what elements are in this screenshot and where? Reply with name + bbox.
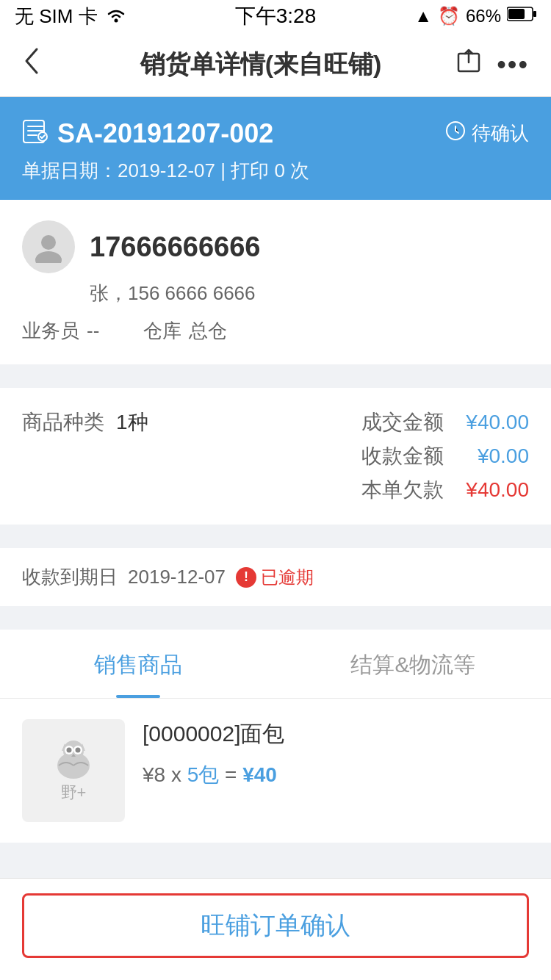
financial-section: 商品种类 1种 成交金额 ¥40.00 收款金额 ¥0.00 本单欠款 ¥40.…	[0, 388, 551, 525]
overdue-text: 已逾期	[261, 566, 314, 589]
svg-rect-2	[533, 11, 536, 17]
product-price: ¥8	[143, 763, 165, 786]
product-total: ¥40	[242, 763, 277, 786]
equal-symbol: =	[225, 763, 242, 786]
due-section: 收款到期日 2019-12-07 ! 已逾期	[0, 548, 551, 606]
multiply-symbol: x	[171, 763, 187, 786]
salesperson-item: 业务员 --	[22, 318, 99, 344]
header-card: SA-20191207-002 待确认 单据日期：2019-12-07 | 打印…	[0, 97, 551, 200]
carrier-text: 无 SIM 卡	[15, 4, 98, 29]
separator-1	[0, 376, 551, 388]
overdue-badge: ! 已逾期	[236, 566, 314, 589]
header-card-top: SA-20191207-002 待确认	[22, 118, 529, 149]
transaction-amount-row: 成交金额 ¥40.00	[361, 408, 529, 436]
tab-settlement[interactable]: 结算&物流等	[276, 630, 551, 698]
customer-section: 17666666666 张，156 6666 6666 业务员 -- 仓库 总仓	[0, 200, 551, 364]
confirm-button[interactable]: 旺铺订单确认	[22, 893, 529, 958]
warehouse-value: 总仓	[189, 318, 227, 344]
warehouse-label: 仓库	[143, 318, 181, 344]
separator-3	[0, 618, 551, 630]
status-bar-right: ▲ ⏰ 66%	[414, 6, 536, 26]
transaction-amount-value: ¥40.00	[455, 411, 529, 434]
product-name: [0000002]面包	[143, 719, 529, 749]
product-types-value: 1种	[116, 408, 148, 436]
svg-point-8	[41, 235, 56, 250]
wifi-icon	[105, 5, 127, 28]
received-value: ¥0.00	[455, 444, 529, 468]
transaction-amount-label: 成交金额	[361, 408, 444, 436]
product-types: 商品种类 1种	[22, 408, 148, 436]
salesperson-value: --	[87, 320, 99, 342]
tabs-header: 销售商品 结算&物流等	[0, 630, 551, 699]
product-qty: 5包	[187, 763, 220, 786]
back-button[interactable]	[22, 46, 66, 82]
location-icon: ▲	[414, 6, 432, 26]
customer-phone: 17666666666	[90, 231, 260, 263]
svg-point-9	[35, 251, 62, 263]
svg-rect-3	[508, 9, 525, 19]
status-bar-time: 下午3:28	[235, 2, 317, 30]
financial-right: 成交金额 ¥40.00 收款金额 ¥0.00 本单欠款 ¥40.00	[361, 408, 529, 504]
product-image-inner: 野+	[44, 738, 103, 804]
order-icon	[22, 118, 48, 149]
product-image: 野+	[22, 719, 125, 822]
separator-2	[0, 536, 551, 548]
customer-top: 17666666666	[22, 220, 529, 273]
svg-point-16	[67, 748, 72, 753]
alarm-icon: ⏰	[438, 6, 460, 26]
received-label: 收款金额	[361, 442, 444, 470]
tabs-section: 销售商品 结算&物流等	[0, 630, 551, 843]
owed-row: 本单欠款 ¥40.00	[361, 476, 529, 504]
product-types-label: 商品种类	[22, 408, 104, 436]
avatar	[22, 220, 75, 273]
status-bar: 无 SIM 卡 下午3:28 ▲ ⏰ 66%	[0, 0, 551, 32]
nav-actions: •••	[455, 48, 529, 81]
customer-name: 张，156 6666 6666	[22, 281, 529, 306]
warehouse-item: 仓库 总仓	[143, 318, 227, 344]
due-date-value: 2019-12-07	[128, 566, 226, 588]
tab-products[interactable]: 销售商品	[0, 630, 276, 698]
due-date-label: 收款到期日	[22, 564, 118, 590]
clock-icon	[445, 120, 466, 146]
product-item: 野+ [0000002]面包 ¥8 x 5包 = ¥40	[22, 719, 529, 822]
customer-meta: 业务员 -- 仓库 总仓	[22, 318, 529, 344]
bottom-bar: 旺铺订单确认	[0, 878, 551, 980]
more-icon[interactable]: •••	[497, 49, 529, 80]
nav-bar: 销货单详情(来自旺铺) •••	[0, 32, 551, 97]
overdue-warning-icon: !	[236, 567, 256, 588]
order-number: SA-20191207-002	[22, 118, 273, 149]
svg-point-0	[114, 18, 118, 22]
product-calc: ¥8 x 5包 = ¥40	[143, 761, 529, 789]
product-info: [0000002]面包 ¥8 x 5包 = ¥40	[143, 719, 529, 822]
order-status: 待确认	[445, 120, 529, 146]
battery-icon	[507, 6, 536, 26]
order-date: 单据日期：2019-12-07 | 打印 0 次	[22, 158, 529, 184]
svg-point-17	[76, 748, 81, 753]
salesperson-label: 业务员	[22, 318, 79, 344]
status-bar-left: 无 SIM 卡	[15, 4, 127, 29]
share-icon[interactable]	[455, 48, 482, 81]
owed-label: 本单欠款	[361, 476, 444, 504]
page-title: 销货单详情(来自旺铺)	[140, 48, 382, 82]
owed-value: ¥40.00	[455, 478, 529, 502]
product-section: 野+ [0000002]面包 ¥8 x 5包 = ¥40	[0, 699, 551, 843]
battery-text: 66%	[466, 6, 501, 26]
received-row: 收款金额 ¥0.00	[361, 442, 529, 470]
